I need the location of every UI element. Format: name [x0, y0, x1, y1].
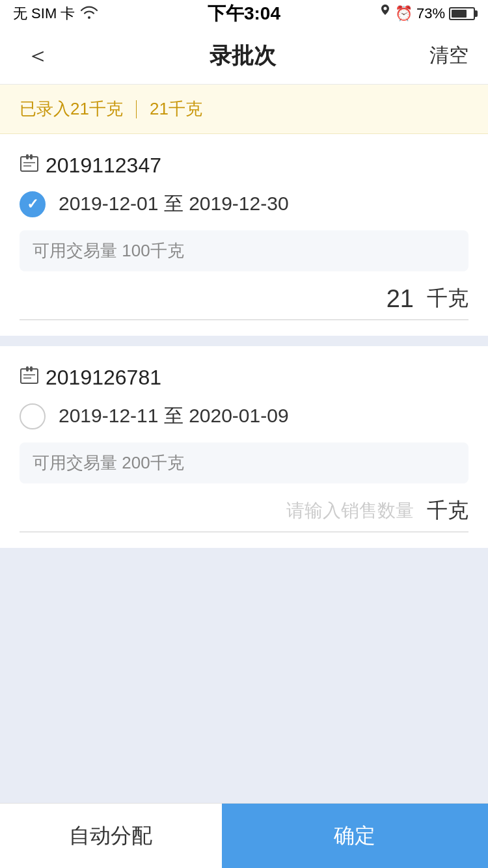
- auto-distribute-button[interactable]: 自动分配: [0, 804, 222, 868]
- sim-status: 无 SIM 卡: [13, 4, 75, 23]
- location-icon: [379, 5, 391, 23]
- summary-divider: [136, 100, 137, 118]
- batch-radio-1[interactable]: [20, 191, 46, 217]
- confirm-button[interactable]: 确定: [222, 804, 488, 868]
- batch-qty-1: 可用交易量 100千克: [33, 241, 184, 260]
- batch-quantity-row-2: 可用交易量 200千克: [20, 442, 468, 483]
- amount-unit-2: 千克: [427, 496, 468, 525]
- batch-qty-2: 可用交易量 200千克: [33, 453, 184, 472]
- amount-section-2: 请输入销售数量 千克: [0, 496, 488, 548]
- svg-rect-6: [26, 366, 29, 372]
- batch-card-1: 2019112347 2019-12-01 至 2019-12-30 可用交易量…: [0, 134, 488, 336]
- status-right: ⏰ 73%: [379, 5, 475, 23]
- batch-header-2: 2019126781: [0, 346, 488, 396]
- amount-inner-2: 请输入销售数量 千克: [20, 496, 468, 532]
- batch-icon-1: [20, 154, 39, 177]
- page-title: 录批次: [210, 41, 276, 71]
- battery-icon: [449, 7, 475, 20]
- amount-value-1: 21: [386, 285, 414, 313]
- amount-inner-1: 21 千克: [20, 284, 468, 320]
- amount-placeholder-2: 请输入销售数量: [286, 498, 414, 523]
- batch-date-1: 2019-12-01 至 2019-12-30: [59, 191, 289, 217]
- wifi-icon: [80, 5, 98, 23]
- batch-id-1: 2019112347: [46, 154, 161, 178]
- status-bar: 无 SIM 卡 下午3:04 ⏰ 73%: [0, 0, 488, 27]
- battery-percent: 73%: [416, 5, 445, 22]
- status-time: 下午3:04: [208, 1, 280, 26]
- batch-icon-2: [20, 366, 39, 389]
- batch-header-1: 2019112347: [0, 134, 488, 184]
- batch-id-2: 2019126781: [46, 366, 161, 390]
- summary-label: 已录入21千克: [20, 98, 123, 120]
- batch-date-2: 2019-12-11 至 2020-01-09: [59, 403, 289, 429]
- svg-rect-1: [26, 154, 29, 159]
- svg-rect-5: [21, 369, 38, 383]
- batch-date-row-2[interactable]: 2019-12-11 至 2020-01-09: [0, 396, 488, 436]
- alarm-icon: ⏰: [395, 5, 413, 22]
- summary-value: 21千克: [150, 98, 202, 120]
- batch-radio-2[interactable]: [20, 403, 46, 429]
- back-button[interactable]: ＜: [20, 33, 56, 78]
- bottom-area: [0, 548, 488, 808]
- nav-bar: ＜ 录批次 清空: [0, 27, 488, 85]
- amount-unit-1: 千克: [427, 284, 468, 313]
- clear-button[interactable]: 清空: [429, 42, 468, 69]
- batch-card-2: 2019126781 2019-12-11 至 2020-01-09 可用交易量…: [0, 346, 488, 548]
- status-left: 无 SIM 卡: [13, 4, 98, 23]
- summary-bar: 已录入21千克 21千克: [0, 85, 488, 134]
- section-separator: [0, 336, 488, 346]
- svg-rect-0: [21, 157, 38, 171]
- batch-date-row-1[interactable]: 2019-12-01 至 2019-12-30: [0, 184, 488, 224]
- footer: 自动分配 确定: [0, 803, 488, 868]
- svg-rect-7: [30, 366, 33, 372]
- amount-section-1: 21 千克: [0, 284, 488, 336]
- batch-quantity-row-1: 可用交易量 100千克: [20, 230, 468, 271]
- svg-rect-2: [30, 154, 33, 159]
